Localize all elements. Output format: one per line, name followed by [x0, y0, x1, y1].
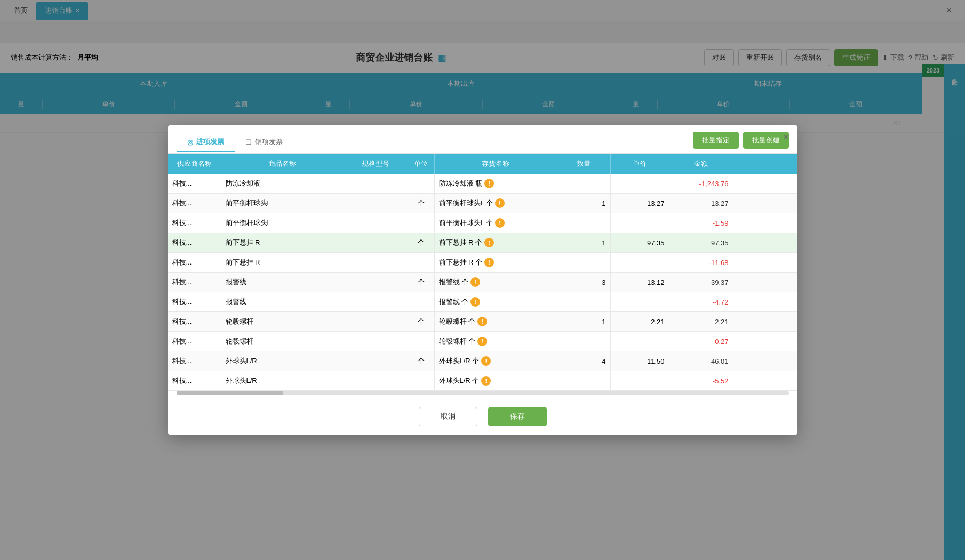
- modal-dialog: × ◎ 进项发票 ☐ 销项发票 批量指定 批量创建 供应商名称 商品名称 规格型…: [168, 125, 797, 435]
- cell-supplier: 科技...: [168, 174, 221, 193]
- cell-amount: 13.27: [669, 194, 733, 213]
- cell-qty: 1: [557, 233, 611, 252]
- cell-spec: [344, 273, 408, 292]
- cell-amount: -4.72: [669, 292, 733, 311]
- warning-icon: !: [484, 179, 494, 188]
- cell-spec: [344, 371, 408, 390]
- warning-icon: !: [477, 317, 487, 326]
- cell-amount: -1,243.76: [669, 174, 733, 193]
- cell-amount: 46.01: [669, 351, 733, 371]
- col-header-unit: 单位: [408, 154, 435, 174]
- col-header-product: 商品名称: [221, 154, 344, 174]
- cell-amount: -11.68: [669, 253, 733, 272]
- cell-unit: 个: [408, 194, 435, 213]
- cell-unit: [408, 213, 435, 233]
- table-row[interactable]: 科技... 前平衡杆球头L 个 前平衡杆球头L 个 ! 1 13.27 13.2…: [168, 194, 797, 213]
- cell-price: 97.35: [611, 233, 669, 252]
- cell-amount: -1.59: [669, 213, 733, 233]
- sales-tab-icon: ☐: [245, 138, 252, 146]
- table-row[interactable]: 科技... 轮毂螺杆 个 轮毂螺杆 个 ! 1 2.21 2.21: [168, 312, 797, 332]
- cell-price: 11.50: [611, 351, 669, 371]
- cell-supplier: 科技...: [168, 194, 221, 213]
- cell-supplier: 科技...: [168, 371, 221, 390]
- modal-table: 供应商名称 商品名称 规格型号 单位 存货名称 数量 单价 金额 科技... 防…: [168, 154, 797, 398]
- table-row[interactable]: 科技... 报警线 个 报警线 个 ! 3 13.12 39.37: [168, 273, 797, 292]
- batch-designate-button[interactable]: 批量指定: [693, 132, 739, 149]
- scrollbar-thumb[interactable]: [177, 391, 283, 395]
- warning-icon: !: [495, 218, 505, 228]
- cell-inventory: 前平衡杆球头L 个 !: [435, 213, 557, 233]
- cell-unit: 个: [408, 273, 435, 292]
- warning-icon: !: [495, 198, 505, 208]
- table-row[interactable]: 科技... 防冻冷却液 防冻冷却液 瓶 ! -1,243.76: [168, 174, 797, 194]
- cell-inventory: 前下悬挂 R 个 !: [435, 253, 557, 272]
- table-row[interactable]: 科技... 外球头L/R 外球头L/R 个 ! -5.52: [168, 371, 797, 391]
- cell-price: [611, 253, 669, 272]
- cell-price: 2.21: [611, 312, 669, 331]
- cell-amount: 39.37: [669, 273, 733, 292]
- cell-product: 前下悬挂 R: [221, 253, 344, 272]
- warning-icon: !: [470, 277, 480, 287]
- cell-supplier: 科技...: [168, 253, 221, 272]
- cell-price: [611, 213, 669, 233]
- cell-inventory: 防冻冷却液 瓶 !: [435, 174, 557, 193]
- cell-spec: [344, 351, 408, 371]
- batch-create-button[interactable]: 批量创建: [743, 132, 789, 149]
- table-header: 供应商名称 商品名称 规格型号 单位 存货名称 数量 单价 金额: [168, 154, 797, 174]
- cell-spec: [344, 292, 408, 311]
- cell-price: [611, 371, 669, 390]
- modal-overlay: × ◎ 进项发票 ☐ 销项发票 批量指定 批量创建 供应商名称 商品名称 规格型…: [0, 0, 965, 560]
- cell-spec: [344, 233, 408, 252]
- horizontal-scrollbar[interactable]: [177, 391, 789, 395]
- tab-sales-invoice[interactable]: ☐ 销项发票: [235, 133, 293, 152]
- cell-product: 轮毂螺杆: [221, 332, 344, 351]
- cell-qty: [557, 174, 611, 193]
- cancel-button[interactable]: 取消: [419, 407, 477, 426]
- purchase-tab-label: 进项发票: [196, 137, 224, 147]
- tab-purchase-invoice[interactable]: ◎ 进项发票: [177, 133, 235, 152]
- cell-unit: [408, 253, 435, 272]
- cell-product: 前平衡杆球头L: [221, 194, 344, 213]
- warning-icon: !: [477, 337, 487, 346]
- cell-qty: [557, 292, 611, 311]
- table-body: 科技... 防冻冷却液 防冻冷却液 瓶 ! -1,243.76 科技... 前平…: [168, 174, 797, 391]
- warning-icon: !: [470, 297, 480, 307]
- cell-product: 前平衡杆球头L: [221, 213, 344, 233]
- cell-unit: 个: [408, 312, 435, 331]
- cell-unit: [408, 332, 435, 351]
- cell-inventory: 外球头L/R 个 !: [435, 351, 557, 371]
- cell-spec: [344, 312, 408, 331]
- modal-close-button[interactable]: ×: [783, 132, 789, 143]
- cell-qty: [557, 253, 611, 272]
- table-row[interactable]: 科技... 报警线 报警线 个 ! -4.72: [168, 292, 797, 312]
- table-row[interactable]: 科技... 轮毂螺杆 轮毂螺杆 个 ! -0.27: [168, 332, 797, 351]
- cell-supplier: 科技...: [168, 312, 221, 331]
- cell-supplier: 科技...: [168, 233, 221, 252]
- warning-icon: !: [484, 258, 494, 267]
- cell-price: 13.12: [611, 273, 669, 292]
- cell-unit: 个: [408, 233, 435, 252]
- save-button[interactable]: 保存: [488, 407, 547, 426]
- col-header-supplier: 供应商名称: [168, 154, 221, 174]
- table-row[interactable]: 科技... 前下悬挂 R 个 前下悬挂 R 个 ! 1 97.35 97.35: [168, 233, 797, 253]
- cell-product: 报警线: [221, 273, 344, 292]
- cell-spec: [344, 213, 408, 233]
- cell-price: [611, 292, 669, 311]
- cell-qty: [557, 332, 611, 351]
- cell-supplier: 科技...: [168, 213, 221, 233]
- cell-product: 前下悬挂 R: [221, 233, 344, 252]
- sales-tab-label: 销项发票: [255, 137, 283, 147]
- table-row[interactable]: 科技... 前下悬挂 R 前下悬挂 R 个 ! -11.68: [168, 253, 797, 273]
- cell-product: 报警线: [221, 292, 344, 311]
- cell-supplier: 科技...: [168, 351, 221, 371]
- cell-inventory: 轮毂螺杆 个 !: [435, 332, 557, 351]
- cell-qty: 4: [557, 351, 611, 371]
- cell-qty: 1: [557, 194, 611, 213]
- table-row[interactable]: 科技... 前平衡杆球头L 前平衡杆球头L 个 ! -1.59: [168, 213, 797, 233]
- modal-tabs: ◎ 进项发票 ☐ 销项发票 批量指定 批量创建: [168, 125, 797, 154]
- cell-supplier: 科技...: [168, 332, 221, 351]
- cell-product: 外球头L/R: [221, 351, 344, 371]
- cell-inventory: 报警线 个 !: [435, 292, 557, 311]
- table-row[interactable]: 科技... 外球头L/R 个 外球头L/R 个 ! 4 11.50 46.01: [168, 351, 797, 371]
- cell-inventory: 前平衡杆球头L 个 !: [435, 194, 557, 213]
